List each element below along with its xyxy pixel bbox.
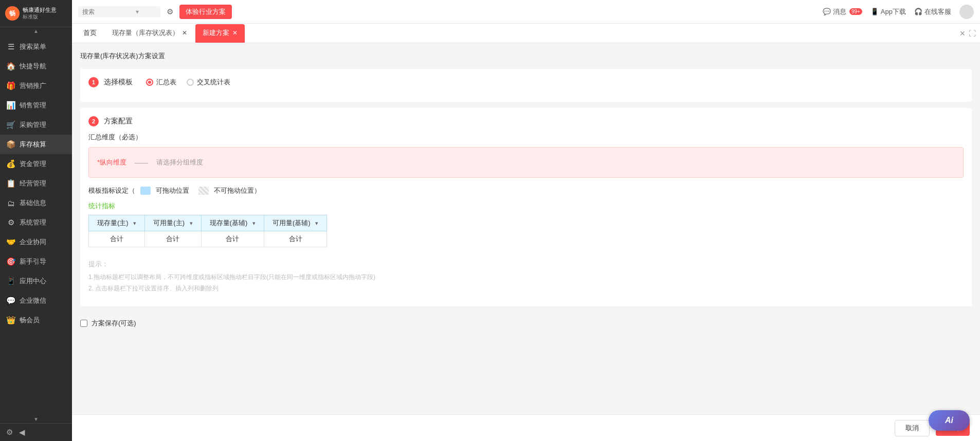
sidebar-item-new-guide[interactable]: 🎯 新手引导 [0,252,72,271]
system-icon: ⚙ [6,218,15,227]
sidebar-item-enterprise-wechat[interactable]: 💬 企业微信 [0,291,72,310]
new-guide-icon: 🎯 [6,257,15,266]
sidebar-item-purchase[interactable]: 🛒 采购管理 [0,115,72,135]
sidebar-item-label: 新手引导 [20,257,46,266]
sidebar-scroll-down[interactable]: ▼ [0,415,72,423]
sidebar-item-search[interactable]: ☰ 搜索菜单 [0,37,72,57]
step2-section: 2 方案配置 汇总维度（必选） *纵向维度 —— 请选择分组维度 模板指标设定（… [80,108,972,306]
fixed-label: 不可拖动位置） [214,186,261,195]
radio-summary-label: 汇总表 [156,78,176,87]
step1-header: 1 选择模板 汇总表 交叉统计表 [88,77,964,87]
search-chevron-icon[interactable]: ▾ [136,8,139,15]
marketing-icon: 🎁 [6,81,15,90]
sound-footer-icon[interactable]: ◀ [19,428,25,437]
col-header-3[interactable]: 可用量(基辅) ▾ [264,215,326,231]
tab-home[interactable]: 首页 [76,24,104,43]
col-header-1[interactable]: 可用量(主) ▾ [145,215,201,231]
tab-new-scheme-close[interactable]: ✕ [232,29,238,36]
sidebar-item-label: 应用中心 [20,277,46,286]
tab-inventory[interactable]: 现存量（库存状况表） ✕ [105,24,194,43]
sidebar-item-label: 快捷导航 [20,62,46,71]
enterprise-wechat-icon: 💬 [6,296,15,305]
dimension-area[interactable]: *纵向维度 —— 请选择分组维度 [88,147,964,178]
ai-fab-button[interactable]: Ai [929,410,970,431]
message-icon: 💬 [823,8,831,15]
radio-summary[interactable]: 汇总表 [146,78,176,87]
ai-fab-label: Ai [945,416,953,425]
app-center-icon: 📱 [6,277,15,286]
topbar-right: 💬 消息 99+ 📱 App下载 🎧 在线客服 [823,5,974,19]
logo-icon: 畅 [5,6,20,21]
tips-section: 提示： 1.拖动标题栏可以调整布局，不可跨维度或指标区域拖动栏目字段(只能在同一… [88,255,964,298]
tab-home-label: 首页 [83,28,97,38]
message-badge: 99+ [849,8,862,15]
trial-button[interactable]: 体验行业方案 [179,5,232,19]
sidebar-item-cooperation[interactable]: 🤝 企业协同 [0,232,72,252]
step2-header: 2 方案配置 [88,116,964,126]
dimension-arrow: —— [135,159,148,167]
app-download-button[interactable]: 📱 App下载 [870,7,906,16]
step2-badge: 2 [88,116,99,126]
col-chevron-0[interactable]: ▾ [133,220,136,226]
cell-0-1: 合计 [145,231,201,247]
tab-new-scheme[interactable]: 新建方案 ✕ [195,24,245,43]
tabs-bar: 首页 现存量（库存状况表） ✕ 新建方案 ✕ ✕ ⛶ [72,24,980,43]
col-header-2[interactable]: 现存量(基辅) ▾ [201,215,264,231]
table-header-row: 现存量(主) ▾ 可用量(主) ▾ 现存量(基辅) ▾ 可用量(基辅) [89,215,327,231]
sidebar-item-finance[interactable]: 💰 资金管理 [0,154,72,174]
save-section: 方案保存(可选) [80,313,972,334]
sidebar-item-sales[interactable]: 📊 销售管理 [0,96,72,115]
dimension-required: *纵向维度 [97,158,126,167]
message-button[interactable]: 💬 消息 99+ [823,7,862,16]
dimension-label: 汇总维度（必选） [88,133,964,142]
sidebar-item-label: 搜索菜单 [20,42,46,51]
topbar: ▾ ⚙ 体验行业方案 💬 消息 99+ 📱 App下载 🎧 在线客服 [72,0,980,24]
search-input[interactable] [82,8,134,15]
settings-footer-icon[interactable]: ⚙ [6,428,13,437]
sidebar-item-app-center[interactable]: 📱 应用中心 [0,271,72,291]
table-row: 合计 合计 合计 合计 [89,231,327,247]
user-avatar[interactable] [959,5,974,19]
sidebar-scroll-up[interactable]: ▲ [0,27,72,35]
save-checkbox[interactable] [80,320,87,327]
operations-icon: 📋 [6,179,15,188]
col-chevron-2[interactable]: ▾ [252,220,256,226]
tips-title: 提示： [88,260,964,269]
sidebar-item-label: 系统管理 [20,218,46,227]
col-chevron-1[interactable]: ▾ [190,220,193,226]
window-close-icon[interactable]: ✕ [959,29,966,38]
draggable-label: 可拖动位置 [156,186,189,195]
sidebar-item-operations[interactable]: 📋 经营管理 [0,174,72,193]
radio-cross[interactable]: 交叉统计表 [187,78,230,87]
online-service-button[interactable]: 🎧 在线客服 [914,7,951,16]
tab-inventory-close[interactable]: ✕ [182,29,187,36]
basic-info-icon: 🗂 [6,198,15,208]
stats-table: 现存量(主) ▾ 可用量(主) ▾ 现存量(基辅) ▾ 可用量(基辅) [88,215,327,247]
sidebar: 畅 畅康通好生意 标准版 ▲ ☰ 搜索菜单 🏠 快捷导航 🎁 营销推广 📊 销售… [0,0,72,441]
bottom-bar: 取消 查询 [72,414,980,441]
sidebar-nav: ☰ 搜索菜单 🏠 快捷导航 🎁 营销推广 📊 销售管理 🛒 采购管理 📦 库存核… [0,35,72,415]
sidebar-item-inventory[interactable]: 📦 库存核算 [0,135,72,154]
template-setting: 模板指标设定（ 可拖动位置 不可拖动位置） [88,186,964,195]
fixed-indicator-box [198,187,209,195]
dimension-placeholder[interactable]: 请选择分组维度 [156,158,203,167]
sidebar-item-marketing[interactable]: 🎁 营销推广 [0,76,72,96]
sidebar-item-basic-info[interactable]: 🗂 基础信息 [0,193,72,213]
sidebar-item-system[interactable]: ⚙ 系统管理 [0,213,72,232]
search-menu-icon: ☰ [6,42,15,51]
topbar-gear-icon[interactable]: ⚙ [167,7,173,16]
cancel-button[interactable]: 取消 [895,420,930,436]
sidebar-item-quick-nav[interactable]: 🏠 快捷导航 [0,57,72,76]
col-header-0[interactable]: 现存量(主) ▾ [89,215,145,231]
col-label-3: 可用量(基辅) [273,219,311,227]
radio-cross-circle [187,79,194,86]
save-label: 方案保存(可选) [92,319,136,328]
search-box[interactable]: ▾ [78,6,160,17]
inventory-icon: 📦 [6,140,15,149]
sidebar-item-label: 库存核算 [20,140,46,149]
window-expand-icon[interactable]: ⛶ [969,29,976,38]
radio-summary-circle [146,79,153,86]
sidebar-item-membership[interactable]: 👑 畅会员 [0,310,72,330]
quick-nav-icon: 🏠 [6,62,15,71]
col-chevron-3[interactable]: ▾ [315,220,318,226]
